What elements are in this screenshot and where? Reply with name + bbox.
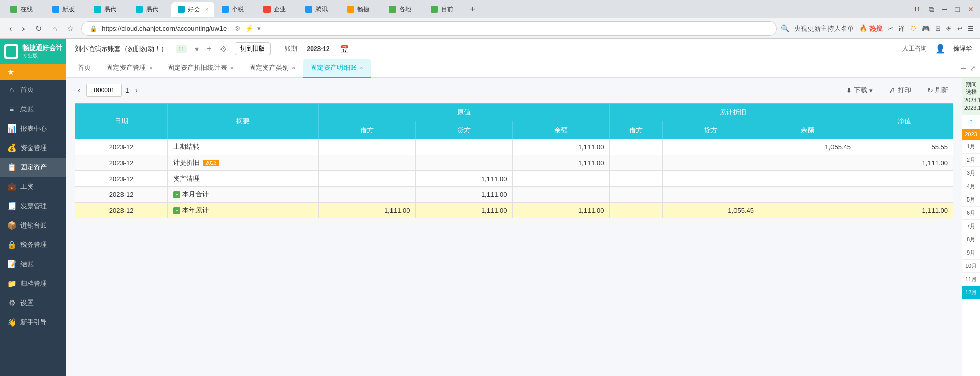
tab-minimize-icon[interactable]: ─: [961, 64, 966, 72]
sidebar-item-funds[interactable]: 💰 资金管理: [0, 138, 66, 158]
window-restore-icon[interactable]: ⧉: [927, 3, 936, 16]
refresh-button[interactable]: ↻ 刷新: [922, 84, 953, 97]
cell-dep-balance: [759, 187, 856, 203]
tab-controls: 11 ⧉ ─ □ ✕: [911, 3, 976, 16]
add-tab-button[interactable]: +: [467, 4, 478, 15]
cell-dep-balance: 1,055.45: [759, 139, 856, 155]
sidebar-item-settings[interactable]: ⚙ 设置: [0, 293, 66, 313]
grid-icon[interactable]: ⊞: [935, 24, 941, 32]
period-item-1[interactable]: 1月: [962, 140, 980, 154]
prev-page-button[interactable]: ‹: [75, 85, 83, 96]
nav-back-button[interactable]: ‹: [6, 22, 15, 35]
page-tab-depreciation-stats[interactable]: 固定资产折旧统计表 ×: [160, 59, 240, 78]
shield-icon[interactable]: 🛡: [910, 24, 917, 32]
download-button[interactable]: ⬇ 下载 ▾: [841, 84, 878, 97]
download-dropdown-icon[interactable]: ▾: [869, 87, 873, 94]
browser-tab-3[interactable]: 易代: [88, 2, 129, 17]
menu-icon[interactable]: ☰: [968, 24, 974, 32]
page-tab-detail-ledger[interactable]: 固定资产明细账 ×: [303, 59, 370, 78]
sidebar-item-guide[interactable]: 👋 新手引导: [0, 313, 66, 332]
period-item-year[interactable]: 2023: [962, 129, 980, 140]
period-item-9[interactable]: 9月: [962, 246, 980, 260]
window-close-icon[interactable]: ✕: [966, 3, 976, 15]
browser-tab-4[interactable]: 易代: [130, 2, 170, 17]
dropdown-icon[interactable]: ▾: [257, 24, 261, 32]
period-item-7[interactable]: 7月: [962, 220, 980, 233]
browser-tab-11[interactable]: 目前: [425, 2, 465, 17]
browser-tab-6[interactable]: 个税: [215, 2, 256, 17]
period-item-10[interactable]: 10月: [962, 260, 980, 273]
undo-icon[interactable]: ↩: [957, 24, 963, 32]
consult-label[interactable]: 人工咨询: [902, 44, 927, 53]
sidebar-item-home-label: 首页: [20, 85, 34, 94]
browser-tab-1[interactable]: 在线: [4, 2, 45, 17]
nav-forward-button[interactable]: ›: [19, 22, 28, 35]
cell-dep-credit: [662, 155, 759, 171]
nav-bookmark-button[interactable]: ☆: [64, 21, 77, 35]
period-item-2[interactable]: 2月: [962, 154, 980, 167]
browser-tab-9[interactable]: 畅捷: [341, 2, 382, 17]
nav-home-button[interactable]: ⌂: [49, 22, 60, 35]
period-item-5[interactable]: 5月: [962, 193, 980, 207]
nav-reload-button[interactable]: ↻: [32, 21, 45, 35]
page-tab-detail-close[interactable]: ×: [360, 65, 363, 71]
add-account-button[interactable]: +: [207, 44, 211, 54]
period-item-6[interactable]: 6月: [962, 207, 980, 220]
settings-small-button[interactable]: ⚙: [220, 45, 227, 53]
period-item-8[interactable]: 8月: [962, 233, 980, 246]
calendar-icon[interactable]: 📅: [340, 45, 349, 53]
tab-label-3: 易代: [104, 5, 116, 14]
sidebar-item-home[interactable]: ⌂ 首页: [0, 80, 66, 99]
period-scroll-up[interactable]: ↑: [962, 115, 980, 129]
period-item-4[interactable]: 4月: [962, 180, 980, 193]
page-tab-fixed-mgmt[interactable]: 固定资产管理 ×: [99, 59, 159, 78]
page-tab-fixed-mgmt-close[interactable]: ×: [149, 65, 152, 71]
cell-summary: 资产清理: [168, 171, 318, 187]
browser-tab-5[interactable]: 好会 ×: [172, 2, 214, 17]
page-tab-asset-cat-close[interactable]: ×: [292, 65, 295, 71]
sidebar-item-close[interactable]: 📝 结账: [0, 255, 66, 274]
url-bar[interactable]: 🔒 https://cloud.chanjet.com/accounting/u…: [81, 21, 777, 36]
browser-tab-7[interactable]: 企业: [257, 2, 298, 17]
sidebar-item-invoice[interactable]: 🧾 发票管理: [0, 196, 66, 216]
tax-icon: 🔒: [7, 240, 16, 249]
browser-tab-10[interactable]: 各地: [383, 2, 424, 17]
switch-version-button[interactable]: 切到旧版: [235, 42, 271, 55]
brightness-icon[interactable]: ☀: [946, 24, 952, 32]
scissors-icon[interactable]: ✂: [888, 24, 893, 32]
tab-close-5[interactable]: ×: [205, 6, 208, 12]
translate-icon[interactable]: 译: [898, 24, 905, 33]
sidebar-item-fixed[interactable]: 📋 固定资产: [0, 158, 66, 177]
sidebar-item-tax[interactable]: 🔒 税务管理: [0, 235, 66, 255]
hot-search-label[interactable]: 🔥 热搜: [859, 24, 883, 33]
close-period-icon: 📝: [7, 260, 16, 269]
sidebar-item-stock[interactable]: 📦 进销台账: [0, 216, 66, 235]
col-orig-credit: 贷方: [415, 121, 512, 139]
sidebar-item-reports[interactable]: 📊 报表中心: [0, 119, 66, 138]
sidebar-favorite[interactable]: ★: [0, 64, 66, 80]
browser-tab-8[interactable]: 腾讯: [299, 2, 340, 17]
col-dep-balance: 余额: [759, 121, 856, 139]
account-dropdown-button[interactable]: ▾: [195, 45, 199, 53]
next-page-button[interactable]: ›: [132, 85, 141, 96]
sidebar-item-payroll[interactable]: 💼 工资: [0, 177, 66, 196]
col-summary: 摘要: [168, 104, 318, 139]
account-name: 刘小艳演示账套（勿删勿动！）: [75, 44, 167, 54]
browser-tab-2[interactable]: 新版: [46, 2, 87, 17]
window-minimize-icon[interactable]: ─: [940, 3, 949, 15]
period-item-3[interactable]: 3月: [962, 167, 980, 180]
tab-icon-10: [389, 6, 396, 13]
print-button[interactable]: 🖨 打印: [884, 84, 916, 97]
window-maximize-icon[interactable]: □: [953, 3, 962, 15]
page-tab-asset-category[interactable]: 固定资产类别 ×: [242, 59, 302, 78]
page-tab-home[interactable]: 首页: [70, 59, 98, 78]
period-month-5: 5月: [967, 196, 975, 203]
gamepad-icon[interactable]: 🎮: [922, 24, 930, 32]
page-input[interactable]: [86, 84, 122, 97]
tab-expand-icon[interactable]: ⤢: [970, 64, 976, 72]
period-item-11[interactable]: 11月: [962, 273, 980, 286]
sidebar-item-archive[interactable]: 📁 归档管理: [0, 274, 66, 293]
page-tab-dep-stats-close[interactable]: ×: [230, 65, 233, 71]
sidebar-item-ledger[interactable]: ≡ 总账: [0, 99, 66, 119]
period-item-12[interactable]: 12月: [962, 286, 980, 299]
